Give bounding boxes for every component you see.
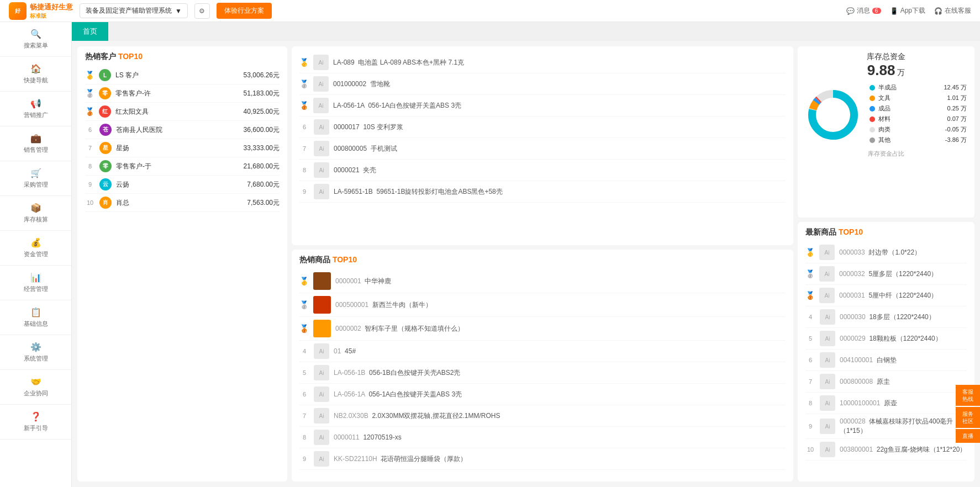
sidebar-item-system[interactable]: ⚙️ 系统管理 <box>0 335 71 370</box>
new-products-list: 🥇 Ai 0000033 封边带（1.0*22） 🥈 Ai 0000032 5厘… <box>805 242 967 460</box>
sidebar-item-finance[interactable]: 💰 资金管理 <box>0 231 71 266</box>
product-image-placeholder: Ai <box>314 430 329 445</box>
purchase-icon: 🛒 <box>30 168 41 178</box>
hot-product-right-item: 🥈 Ai 001000002 雪地靴 <box>299 73 786 95</box>
product-image-placeholder: Ai <box>314 343 329 359</box>
top-header: 好 畅捷通好生意 标准版 装备及固定资产辅助管理系统 ▼ ⚙ 体验行业方案 💬 … <box>0 0 980 22</box>
product-thumbnail: Ai <box>820 352 835 368</box>
service-hotline-button[interactable]: 客服热线 <box>956 385 980 406</box>
rank-num: 8 <box>85 163 95 170</box>
sidebar-shortcut-label: 快捷导航 <box>24 76 48 84</box>
finance-icon: 💰 <box>30 237 41 248</box>
main-layout: 🔍 搜索菜单 🏠 快捷导航 📢 营销推广 💼 销售管理 🛒 采购管理 📦 库存核… <box>0 22 980 487</box>
product-thumbnail: Ai <box>314 119 329 135</box>
product-image-placeholder: Ai <box>314 365 329 380</box>
product-thumbnail: Ai <box>820 374 835 389</box>
service-live-button[interactable]: 直播 <box>956 429 980 443</box>
sidebar-enterprise-label: 企业协同 <box>24 389 48 398</box>
product-thumbnail: Ai <box>314 184 329 199</box>
hot-product-item: 7 Ai NB2.0X30B 2.0X30MM双摆花轴,摆花直径2.1MM/RO… <box>299 405 786 427</box>
app-download-item[interactable]: 📱 App下载 <box>890 6 925 15</box>
legend-item: 文具 1.01 万 <box>870 94 967 102</box>
product-image-placeholder: Ai <box>314 387 329 402</box>
product-info: 004100001 白钢垫 <box>840 356 967 365</box>
customer-avatar: 星 <box>99 142 112 154</box>
new-product-item: 🥈 Ai 0000032 5厘多层（1220*2440） <box>805 263 967 285</box>
product-thumbnail: Ai <box>819 288 835 303</box>
sidebar-item-basic[interactable]: 📋 基础信息 <box>0 300 71 335</box>
sidebar-inventory-label: 库存核算 <box>24 215 48 224</box>
sidebar-item-shortcut[interactable]: 🏠 快捷导航 <box>0 57 71 92</box>
trial-button[interactable]: 体验行业方案 <box>217 3 272 19</box>
product-info: 000500001 新西兰牛肉（新牛） <box>335 300 786 310</box>
hot-products-title: 热销商品 TOP10 <box>299 255 786 265</box>
new-products-card: 最新商品 TOP10 🥇 Ai 0000033 封边带（1.0*22） 🥈 Ai… <box>798 222 974 481</box>
legend-dot <box>870 137 875 143</box>
product-info: 0000011 12070519-xs <box>334 433 786 441</box>
product-thumbnail: Ai <box>820 309 835 325</box>
product-info: 0000033 封边带（1.0*22） <box>839 248 967 257</box>
sidebar-item-purchase[interactable]: 🛒 采购管理 <box>0 161 71 196</box>
new-product-item: 10 Ai 003800001 22g鱼豆腐-烧烤味（1*12*20） <box>805 439 967 460</box>
customer-name: LS 客户 <box>115 71 239 80</box>
inventory-amount: 9.88 <box>867 62 895 78</box>
sidebar-sales-label: 销售管理 <box>24 146 48 154</box>
rank-num: 6 <box>299 124 309 130</box>
sidebar-item-enterprise[interactable]: 🤝 企业协同 <box>0 370 71 405</box>
logo-icon: 好 <box>9 2 27 20</box>
sidebar-item-operation[interactable]: 📊 经营管理 <box>0 266 71 300</box>
new-product-item: 7 Ai 000800008 原圭 <box>805 371 967 393</box>
hot-product-item: 🥉 0000002 智利车子里（规格不知道填什么） <box>299 317 786 341</box>
new-products-badge: TOP10 <box>839 227 863 236</box>
hot-product-right-item: 🥇 Ai LA-089 电池盖 LA-089 ABS本色+黑种 7.1克 <box>299 52 786 73</box>
product-info: 003800001 22g鱼豆腐-烧烤味（1*12*20） <box>840 445 967 454</box>
customer-rank-item: 6 苍 苍南县人民医院 36,600.00元 <box>85 121 280 139</box>
customer-name: 零售客户-于 <box>116 162 239 171</box>
message-item[interactable]: 💬 消息 6 <box>846 6 881 15</box>
hot-products-right-list: 🥇 Ai LA-089 电池盖 LA-089 ABS本色+黑种 7.1克 🥈 A… <box>299 52 786 203</box>
customer-rank-item: 8 零 零售客户-于 21,680.00元 <box>85 157 280 176</box>
product-info: 0000028 体械嘉枝味苏打饮品400毫升（1*15） <box>840 417 967 436</box>
hot-products-badge: TOP10 <box>333 255 357 264</box>
message-icon: 💬 <box>846 7 855 15</box>
customer-amount: 40,925.00元 <box>244 107 280 117</box>
sidebar-system-label: 系统管理 <box>24 354 48 363</box>
customer-amount: 7,563.00元 <box>247 198 280 208</box>
rank-medal: 🥉 <box>85 107 94 116</box>
header-right: 💬 消息 6 📱 App下载 🎧 在线客服 <box>846 6 971 15</box>
system-selector[interactable]: 装备及固定资产辅助管理系统 ▼ <box>80 3 188 18</box>
service-item[interactable]: 🎧 在线客服 <box>934 6 971 15</box>
sidebar-item-guide[interactable]: ❓ 新手引导 <box>0 405 71 440</box>
product-info: 0000001 中华神鹿 <box>335 277 786 286</box>
sidebar-item-search[interactable]: 🔍 搜索菜单 <box>0 22 71 57</box>
tab-home[interactable]: 首页 <box>72 22 108 41</box>
sidebar-item-marketing[interactable]: 📢 营销推广 <box>0 92 71 126</box>
legend-value: 1.01 万 <box>947 94 967 102</box>
customer-name: 肖总 <box>116 198 243 208</box>
product-thumbnail: Ai <box>314 141 329 156</box>
hot-product-item: 4 Ai 01 45# <box>299 341 786 362</box>
sidebar-item-inventory[interactable]: 📦 库存核算 <box>0 196 71 231</box>
sidebar-item-sales[interactable]: 💼 销售管理 <box>0 126 71 161</box>
product-code-name: 0000021 夹壳 <box>334 166 786 175</box>
rank-num: 5 <box>805 335 815 342</box>
header-left: 好 畅捷通好生意 标准版 装备及固定资产辅助管理系统 ▼ ⚙ 体验行业方案 <box>9 2 272 20</box>
product-thumbnail: Ai <box>314 162 329 178</box>
message-label: 消息 <box>857 6 870 15</box>
customer-amount: 33,333.00元 <box>244 144 280 153</box>
product-info: KK-SD22110H 花语萌恒温分腿睡袋（厚款） <box>334 454 786 464</box>
customer-rank-item: 10 肖 肖总 7,563.00元 <box>85 194 280 212</box>
legend-label: 成品 <box>878 104 944 113</box>
product-image <box>313 296 331 314</box>
service-community-button[interactable]: 服务社区 <box>956 407 980 428</box>
hot-product-right-item: 6 Ai 0000017 10S 变利罗浆 <box>299 117 786 138</box>
customer-rank-item: 9 云 云扬 7,680.00元 <box>85 176 280 194</box>
customer-avatar: 红 <box>99 105 111 118</box>
legend-item: 成品 0.25 万 <box>870 104 967 113</box>
rank-num: 9 <box>299 456 309 462</box>
product-info: LA-056-1A 056-1A白色按键开关盖ABS 3壳 <box>334 390 786 399</box>
home-icon: 🏠 <box>30 63 41 74</box>
customer-amount: 51,183.00元 <box>244 89 280 98</box>
gear-button[interactable]: ⚙ <box>194 3 210 19</box>
mobile-icon: 📱 <box>890 7 898 15</box>
